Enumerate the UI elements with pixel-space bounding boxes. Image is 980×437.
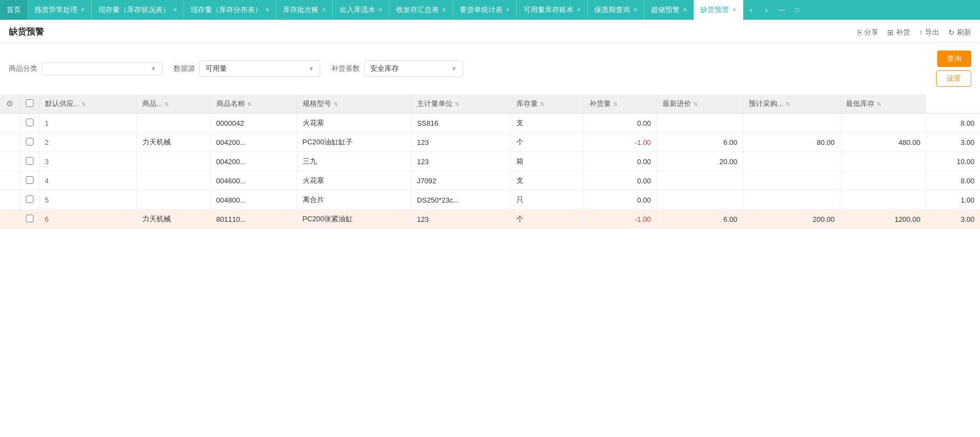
tab-jianhuo[interactable]: 拣货异常处理 × (28, 0, 92, 20)
table-row: 2 力天机械 004200... PC200油缸缸子 123 个 -1.00 6… (0, 133, 980, 152)
row-checkbox-cell (20, 152, 39, 171)
th-default-supplier: 默认供应... ⇅ (39, 94, 136, 114)
row-product-code: 004600... (210, 171, 297, 191)
tab-xiancunliang1[interactable]: 现存量（库存状况表） × (92, 0, 184, 20)
share-button[interactable]: ⎘ 分享 (858, 27, 878, 37)
sort-icon: ⇅ (164, 101, 169, 107)
filter-actions: 查询 设置 (936, 51, 971, 87)
row-gear-cell (0, 171, 20, 191)
gear-icon[interactable]: ⚙ (6, 99, 13, 108)
row-default-supplier: 力天机械 (136, 133, 210, 152)
tab-close-icon[interactable]: × (506, 7, 510, 13)
sort-icon: ⇅ (333, 101, 338, 107)
tab-churuku[interactable]: 出入库流水 × (333, 0, 389, 20)
tab-close-icon[interactable]: × (633, 7, 637, 13)
th-gear: ⚙ (0, 94, 20, 114)
tab-kucun[interactable]: 库存批次账 × (276, 0, 333, 20)
sort-icon: ⇅ (693, 101, 698, 107)
tab-close-icon[interactable]: × (577, 7, 581, 13)
row-product-code: 801110... (210, 210, 297, 229)
row-gear-cell (0, 133, 20, 152)
page-header: 缺货预警 ⎘ 分享 ⊞ 补货 ↑ 导出 ↻ 刷新 (0, 20, 980, 43)
row-checkbox[interactable] (26, 215, 34, 222)
tab-close-icon[interactable]: × (442, 7, 446, 13)
sort-icon: ⇅ (786, 101, 790, 107)
row-checkbox[interactable] (26, 195, 34, 203)
tab-minimize-button[interactable]: — (774, 0, 789, 20)
tab-close-icon[interactable]: × (732, 7, 736, 13)
replenish-button[interactable]: ⊞ 补货 (887, 27, 910, 37)
tab-home[interactable]: 首页 (0, 0, 28, 20)
tab-quehuo[interactable]: 缺货预警 × (694, 0, 743, 20)
tab-close-icon[interactable]: × (173, 7, 177, 13)
filter-bar: 商品分类 ▼ 数据源 可用量 ▼ 补货基数 安全库存 ▼ 查询 设置 (0, 43, 980, 94)
tab-maximize-button[interactable]: □ (789, 0, 805, 20)
row-product-code: 0000042 (210, 114, 297, 133)
settings-button[interactable]: 设置 (936, 70, 971, 87)
sort-icon: ⇅ (247, 101, 252, 107)
tab-next-button[interactable]: › (759, 0, 774, 20)
row-min-stock: 3.00 (926, 133, 980, 152)
tab-close-icon[interactable]: × (81, 7, 85, 13)
select-all-checkbox[interactable] (26, 99, 34, 107)
row-spec: SS816 (411, 114, 510, 133)
row-unit: 箱 (511, 152, 584, 171)
tab-prev-button[interactable]: ‹ (743, 0, 759, 20)
row-latest-price (743, 171, 840, 191)
row-checkbox[interactable] (26, 138, 34, 145)
row-checkbox[interactable] (26, 119, 34, 126)
row-stock: 0.00 (584, 191, 657, 210)
row-default-supplier (136, 171, 210, 191)
row-latest-price (743, 191, 840, 210)
table-row: 5 004800... 离合片 DS250*23c... 只 0.00 1.00 (0, 191, 980, 210)
row-num: 3 (39, 152, 136, 171)
row-min-stock: 8.00 (926, 114, 980, 133)
row-product-code: 004800... (210, 191, 297, 210)
tab-close-icon[interactable]: × (322, 7, 326, 13)
row-checkbox[interactable] (26, 176, 34, 184)
row-product-name: PC200张紧油缸 (297, 210, 411, 229)
row-min-stock: 8.00 (926, 171, 980, 191)
row-unit: 只 (511, 191, 584, 210)
tab-xiancunliang2[interactable]: 现存量（库存分布表） × (184, 0, 276, 20)
row-num: 4 (39, 171, 136, 191)
row-spec: 123 (411, 152, 510, 171)
query-button[interactable]: 查询 (937, 51, 971, 67)
row-stock: 0.00 (584, 152, 657, 171)
row-gear-cell (0, 114, 20, 133)
th-replenish-qty: 补货量 ⇅ (584, 94, 657, 114)
tab-baozhi[interactable]: 保质期查询 × (588, 0, 644, 20)
replenish-label: 补货基数 (331, 64, 360, 74)
row-replenish-qty (657, 114, 743, 133)
tab-close-icon[interactable]: × (378, 7, 382, 13)
row-replenish-qty (657, 191, 743, 210)
tab-chaochuyujing[interactable]: 超储预警 × (644, 0, 694, 20)
sort-icon: ⇅ (877, 101, 881, 107)
export-button[interactable]: ↑ 导出 (919, 27, 939, 37)
th-min-stock: 最低库存 ⇅ (840, 94, 926, 114)
row-product-name: 火花塞 (297, 114, 411, 133)
row-checkbox[interactable] (26, 157, 34, 165)
tab-close-icon[interactable]: × (683, 7, 687, 13)
table-row: 3 004200... 三九 123 箱 0.00 20.00 10.00 (0, 152, 980, 171)
row-estimated-purchase: 480.00 (840, 133, 926, 152)
datasource-select[interactable]: 可用量 ▼ (199, 60, 320, 77)
row-estimated-purchase (840, 114, 926, 133)
row-latest-price (743, 114, 840, 133)
row-default-supplier (136, 191, 210, 210)
replenish-value: 安全库存 (370, 64, 399, 74)
main-table: ⚙ 默认供应... ⇅ 商品... ⇅ (0, 94, 980, 229)
replenish-select[interactable]: 安全库存 ▼ (364, 60, 463, 77)
tab-close-icon[interactable]: × (265, 7, 269, 13)
replenish-icon: ⊞ (887, 28, 894, 37)
row-replenish-qty: 20.00 (657, 152, 743, 171)
refresh-button[interactable]: ↻ 刷新 (948, 27, 971, 37)
row-product-name: 火花塞 (297, 171, 411, 191)
row-estimated-purchase: 1200.00 (840, 210, 926, 229)
category-select[interactable]: ▼ (42, 62, 163, 75)
tab-keyongliang[interactable]: 可用量库存账本 × (517, 0, 588, 20)
row-stock: -1.00 (584, 133, 657, 152)
tab-yaohuo[interactable]: 要货单统计表 × (453, 0, 517, 20)
tab-shoufacun[interactable]: 收发存汇总表 × (389, 0, 453, 20)
row-checkbox-cell (20, 210, 39, 229)
